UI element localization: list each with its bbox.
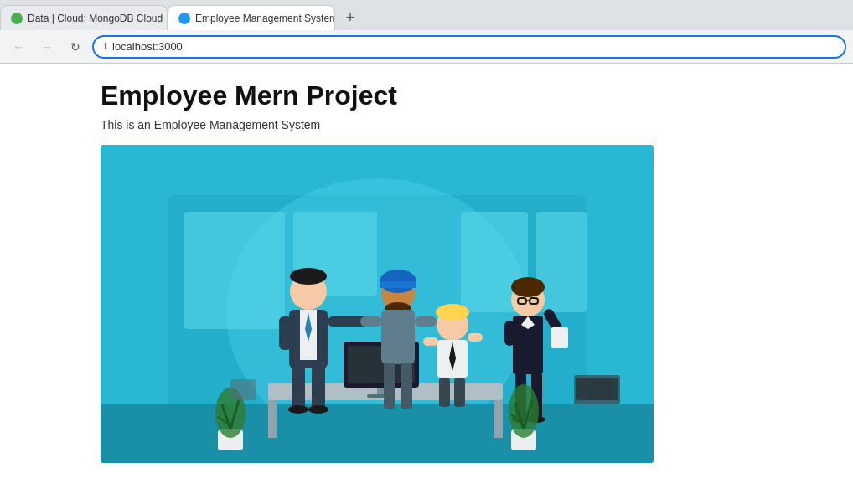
- svg-rect-67: [230, 379, 256, 400]
- svg-rect-51: [551, 327, 568, 348]
- browser-toolbar: ← → ↻ ℹ localhost:3000: [0, 30, 853, 64]
- page-title: Employee Mern Project: [101, 80, 752, 111]
- svg-point-24: [288, 405, 308, 414]
- tab-label-employee: Employee Management System: [195, 13, 335, 24]
- page-content: Employee Mern Project This is an Employe…: [0, 64, 853, 504]
- svg-rect-3: [184, 212, 285, 329]
- tab-icon-employee: [178, 13, 190, 24]
- svg-point-25: [308, 405, 328, 414]
- svg-point-44: [511, 277, 545, 297]
- address-text: localhost:3000: [112, 40, 183, 53]
- lock-icon: ℹ: [104, 41, 107, 52]
- svg-rect-32: [415, 316, 437, 327]
- new-tab-button[interactable]: +: [339, 6, 362, 29]
- svg-rect-52: [504, 321, 514, 346]
- office-scene-svg: [101, 145, 654, 463]
- tab-bar: Data | Cloud: MongoDB Cloud ✕ Employee M…: [0, 0, 853, 30]
- svg-rect-41: [439, 378, 450, 407]
- svg-rect-28: [380, 281, 416, 288]
- svg-rect-21: [279, 316, 292, 350]
- tab-label-mongodb: Data | Cloud: MongoDB Cloud: [28, 13, 163, 24]
- svg-point-63: [509, 384, 539, 438]
- svg-rect-31: [360, 316, 382, 327]
- svg-rect-23: [312, 367, 325, 409]
- address-bar[interactable]: ℹ localhost:3000: [92, 35, 846, 59]
- svg-rect-7: [101, 404, 654, 463]
- svg-point-16: [290, 268, 327, 285]
- svg-rect-39: [423, 337, 438, 346]
- svg-point-36: [436, 304, 469, 321]
- svg-rect-70: [576, 378, 618, 400]
- tab-mongodb[interactable]: Data | Cloud: MongoDB Cloud ✕: [0, 5, 168, 30]
- browser-window: Data | Cloud: MongoDB Cloud ✕ Employee M…: [0, 0, 853, 504]
- svg-rect-10: [494, 400, 503, 438]
- svg-rect-33: [384, 363, 395, 409]
- svg-rect-34: [401, 363, 412, 409]
- svg-rect-40: [468, 333, 483, 342]
- refresh-button[interactable]: ↻: [64, 35, 87, 59]
- svg-rect-9: [268, 400, 277, 438]
- svg-rect-42: [454, 378, 465, 407]
- page-subtitle: This is an Employee Management System: [101, 118, 752, 131]
- svg-rect-30: [381, 310, 415, 364]
- hero-illustration: [101, 145, 654, 463]
- forward-button[interactable]: →: [35, 35, 59, 59]
- back-button[interactable]: ←: [7, 35, 30, 59]
- tab-icon-mongodb: [11, 13, 23, 24]
- tab-employee[interactable]: Employee Management System ✕: [168, 5, 335, 30]
- svg-rect-22: [292, 367, 305, 409]
